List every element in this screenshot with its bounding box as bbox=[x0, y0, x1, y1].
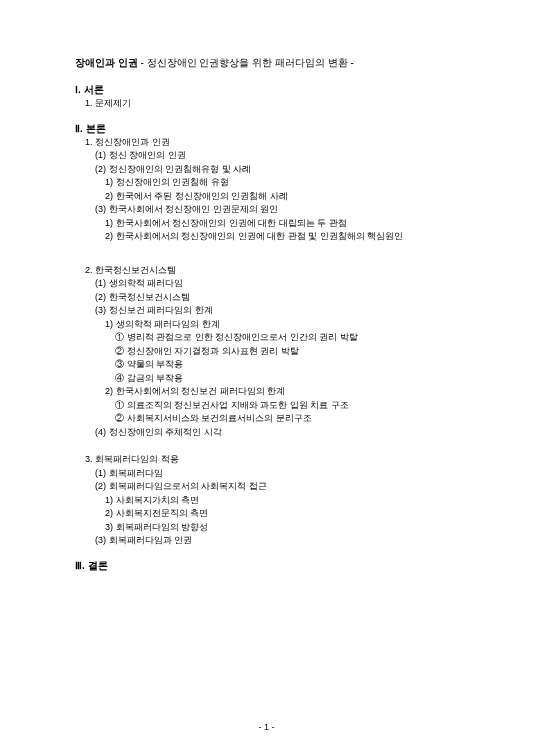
outline-item: (3) 회복패러다임과 인권 bbox=[95, 534, 461, 548]
outline-item: 1) 한국사회에서 정신장애인의 인권에 대한 대립되는 두 관점 bbox=[105, 217, 461, 231]
document-title: 장애인과 인권 - 정신장애인 인권향상을 위한 패러다임의 변환 - bbox=[75, 55, 461, 70]
outline-item: 1) 생의학적 패러다임의 한계 bbox=[105, 318, 461, 332]
outline-item: (1) 생의학적 패러다임 bbox=[95, 277, 461, 291]
section-II-2: 2. 한국정신보건시스템 bbox=[85, 264, 461, 278]
outline-item: 2) 한국에서 주된 정신장애인의 인권침해 사례 bbox=[105, 190, 461, 204]
section-II-3: 3. 회복패러다임의 적용 bbox=[85, 453, 461, 467]
outline-item: 2) 사회복지전문직의 측면 bbox=[105, 507, 461, 521]
outline-item: (1) 정신 장애인의 인권 bbox=[95, 149, 461, 163]
outline-item: ④ 감금의 부작용 bbox=[115, 372, 461, 386]
outline-item: ② 사회복지서비스와 보건의료서비스의 분리구조 bbox=[115, 412, 461, 426]
outline-item: 3) 회복패러다임의 방향성 bbox=[105, 521, 461, 535]
outline-item: 2) 한국사회에서의 정신장애인의 인권에 대한 관점 및 인권침해의 핵심원인 bbox=[105, 230, 461, 244]
outline-item: (2) 한국정신보건시스템 bbox=[95, 291, 461, 305]
outline-item: (3) 한국사회에서 정신장애인 인권문제의 원인 bbox=[95, 203, 461, 217]
outline-item: ① 의료조직의 정신보건사업 지배와 과도한 입원 치료 구조 bbox=[115, 399, 461, 413]
outline-item: (2) 정신장애인의 인권침해유형 및 사례 bbox=[95, 163, 461, 177]
outline-item: (4) 정신장애인의 주체적인 시각 bbox=[95, 426, 461, 440]
outline-item: (2) 회복패러다임으로서의 사회복지적 접근 bbox=[95, 480, 461, 494]
outline-item: 1) 정신장애인의 인권침해 유형 bbox=[105, 176, 461, 190]
title-main: 장애인과 인권 bbox=[75, 57, 138, 68]
section-II-1: 1. 정신장애인과 인권 bbox=[85, 136, 461, 150]
section-II-heading: Ⅱ. 본론 bbox=[75, 121, 461, 136]
outline-item: (1) 회복패러다임 bbox=[95, 467, 461, 481]
section-I-heading: Ⅰ. 서론 bbox=[75, 82, 461, 97]
section-I-item: 1. 문제제기 bbox=[85, 97, 461, 111]
outline-item: (3) 정신보건 패러다임의 한계 bbox=[95, 304, 461, 318]
outline-item: 2) 한국사회에서의 정신보건 패러다임의 한계 bbox=[105, 385, 461, 399]
page-number: - 1 - bbox=[0, 721, 533, 735]
outline-item: ① 병리적 관점으로 인한 정신장애인으로서 인간의 권리 박탈 bbox=[115, 331, 461, 345]
outline-item: ② 정신장애인 자기결정과 의사표현 권리 박탈 bbox=[115, 345, 461, 359]
outline-item: ③ 약물의 부작용 bbox=[115, 358, 461, 372]
title-subtitle: - 정신장애인 인권향상을 위한 패러다임의 변환 - bbox=[138, 57, 354, 68]
outline-item: 1) 사회복지가치의 측면 bbox=[105, 494, 461, 508]
section-III-heading: Ⅲ. 결론 bbox=[75, 558, 461, 573]
